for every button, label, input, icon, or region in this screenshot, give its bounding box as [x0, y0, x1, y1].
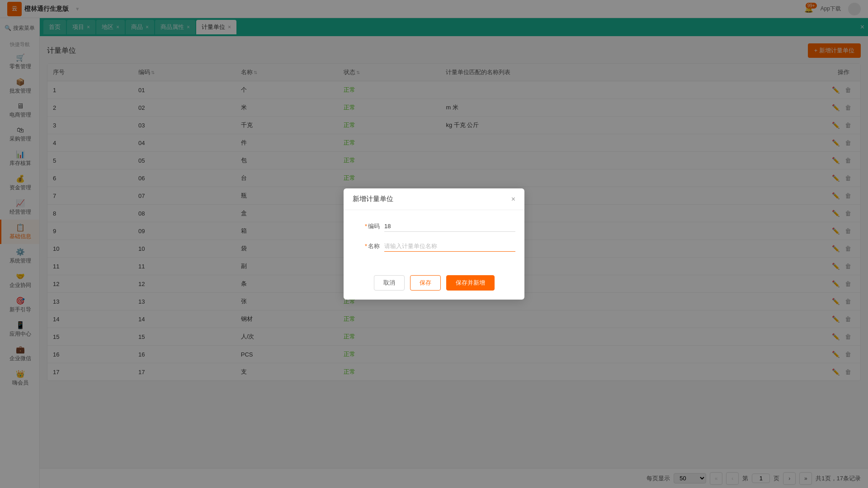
code-input[interactable]	[384, 221, 515, 232]
modal-header: 新增计量单位 ×	[344, 188, 524, 210]
add-unit-modal: 新增计量单位 × *编码 *名称 取消 保存 保存并新增	[344, 188, 524, 300]
code-form-row: *编码	[353, 221, 515, 232]
save-button[interactable]: 保存	[410, 275, 441, 291]
modal-close-button[interactable]: ×	[511, 196, 515, 203]
code-label: *编码	[353, 222, 380, 230]
modal-title: 新增计量单位	[353, 195, 393, 203]
cancel-button[interactable]: 取消	[374, 275, 405, 291]
modal-footer: 取消 保存 保存并新增	[344, 270, 524, 300]
save-and-add-button[interactable]: 保存并新增	[446, 275, 495, 291]
name-form-row: *名称	[353, 241, 515, 252]
name-label: *名称	[353, 242, 380, 250]
modal-overlay[interactable]: 新增计量单位 × *编码 *名称 取消 保存 保存并新增	[0, 0, 868, 488]
name-input[interactable]	[384, 241, 515, 252]
modal-body: *编码 *名称	[344, 210, 524, 270]
